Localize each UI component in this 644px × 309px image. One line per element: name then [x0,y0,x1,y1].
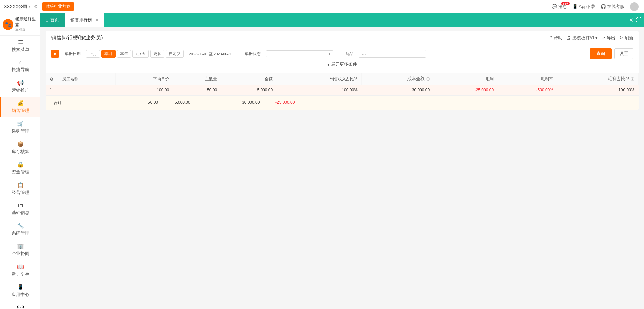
message-icon: 💬 [552,4,557,9]
date-label: 单据日期 [65,51,81,57]
sidebar-item-search-order[interactable]: ☰ 搜索菜单 [0,36,40,56]
sidebar-item-wechat[interactable]: 💬 企业微信 [0,301,40,309]
app-download-btn[interactable]: 📱 App下载 [572,4,595,10]
app-icon: 📱 [572,4,578,9]
sales-icon: 💰 [17,100,24,106]
sidebar-item-marketing[interactable]: 📢 营销推广 [0,76,40,97]
status-label: 单据状态 [245,51,261,57]
settings-button[interactable]: 设置 [614,48,633,59]
search-order-icon: ☰ [18,39,23,45]
wechat-icon: 💬 [17,304,24,309]
cell-avg-price: 100.00 [116,85,173,95]
gear-icon[interactable]: ⚙ [50,76,54,82]
sidebar-item-quick-nav[interactable]: ⌂ 快捷导航 [0,56,40,76]
sidebar-logo: 🐾 畅康通好生意 标准版 [0,13,40,36]
app-center-icon: 📱 [17,284,24,290]
tab-close-icon[interactable]: ✕ [95,18,98,22]
sidebar-item-app-center[interactable]: 📱 应用中心 [0,280,40,301]
tab-sales-rank[interactable]: 销售排行榜 ✕ [65,13,104,27]
tab-home[interactable]: ⌂ 首页 [40,13,65,27]
logo-text-area: 畅康通好生意 标准版 [15,17,37,32]
filter-row-1: ▶ 单据日期 上月 本月 本年 近7天 更多 自定义 2023-06-01 [51,48,633,59]
footer-cost: 30,000.00 [238,99,271,107]
sidebar-item-finance[interactable]: 🔒 资金管理 [0,158,40,178]
cell-name [58,85,116,95]
main-layout: 🐾 畅康通好生意 标准版 ☰ 搜索菜单 ⌂ 快捷导航 📢 营销推广 💰 销售管理… [0,13,644,309]
enterprise-icon: 🏢 [17,243,24,249]
user-avatar-area[interactable] [630,2,640,11]
template-print-btn[interactable]: 🖨 按模板打印 ▾ [566,35,598,41]
home-icon: ⌂ [46,18,48,23]
top-bar-right: 💬 消息 99+ 📱 App下载 🎧 在线客服 [552,2,640,11]
more-btn[interactable]: 更多 [150,50,164,58]
status-chevron-icon: ▾ [329,52,330,56]
footer-gross: -25,000.00 [271,99,305,107]
help-btn[interactable]: ? 帮助 [550,35,562,41]
goods-select-value: … [362,51,423,56]
date-range-display: 2023-06-01 至 2023-06-30 [189,51,233,57]
top-bar: XXXXX公司 ▾ ⚙ 体验行业方案 💬 消息 99+ 📱 App下载 🎧 在线… [0,0,644,13]
gross-pct-help-icon[interactable]: ⓘ [631,77,634,81]
cell-qty: 50.00 [173,85,221,95]
last-7-btn[interactable]: 近7天 [132,50,149,58]
sidebar-item-label: 营销推广 [12,87,29,93]
cell-rank: 1 [46,85,58,95]
goods-select[interactable]: … [359,50,426,58]
sidebar-item-enterprise[interactable]: 🏢 企业协同 [0,240,40,260]
company-name: XXXXX公司 [4,4,27,10]
query-button[interactable]: 查询 [590,48,612,59]
col-gross-rate: 毛利率 [498,73,557,85]
refresh-btn[interactable]: ↻ 刷新 [619,35,633,41]
this-month-btn[interactable]: 本月 [101,50,116,58]
expand-more-row[interactable]: ▾ 展开更多条件 [51,59,633,69]
col-gross-pct: 毛利占比% ⓘ [557,73,639,85]
col-amount: 全额 [221,73,277,85]
sidebar-item-sales[interactable]: 💰 销售管理 [0,97,40,117]
tab-bar: ⌂ 首页 销售排行榜 ✕ ✕ ⛶ [40,13,644,27]
logo-text: 畅康通好生意 [15,17,37,27]
last-month-btn[interactable]: 上月 [86,50,100,58]
export-btn[interactable]: ↗ 导出 [602,35,615,41]
tab-close-window-btn[interactable]: ✕ [629,17,633,23]
trial-button[interactable]: 体验行业方案 [42,2,74,11]
sidebar-item-system[interactable]: 🔧 系统管理 [0,219,40,240]
this-year-btn[interactable]: 本年 [117,50,131,58]
sidebar-item-basic-info[interactable]: 🗂 基础信息 [0,199,40,219]
company-selector[interactable]: XXXXX公司 ▾ [4,4,30,10]
expand-icon: ▾ [327,62,330,67]
page-title: 销售排行榜(按业务员) [51,34,103,41]
avatar [630,2,639,11]
sidebar-item-label: 系统管理 [12,230,29,236]
cost-help-icon[interactable]: ⓘ [426,77,430,81]
filter-area: ▶ 单据日期 上月 本月 本年 近7天 更多 自定义 2023-06-01 [46,45,639,73]
content-area: ⌂ 首页 销售排行榜 ✕ ✕ ⛶ 销售排行榜(按业务员) ? [40,13,644,309]
custom-btn[interactable]: 自定义 [166,50,184,58]
sidebar-item-operation[interactable]: 📋 经营管理 [0,178,40,199]
settings-icon[interactable]: ⚙ [34,4,38,10]
sidebar-item-purchase[interactable]: 🛒 采购管理 [0,117,40,138]
footer-sales-pct [204,99,238,107]
tab-restore-btn[interactable]: ⛶ [636,17,641,23]
logo-icon: 🐾 [3,19,13,30]
date-range-text: 2023-06-01 至 2023-06-30 [189,52,233,57]
message-btn[interactable]: 💬 消息 99+ [552,4,567,10]
cell-sales-pct: 100.00% [277,85,362,95]
finance-icon: 🔒 [17,161,24,168]
sidebar-item-label: 新手引导 [12,271,29,277]
sidebar-item-inventory[interactable]: 📦 库存核算 [0,138,40,158]
quick-nav-icon: ⌂ [19,59,22,65]
col-qty: 主数量 [173,73,221,85]
sidebar-item-guide[interactable]: 📖 新手引导 [0,260,40,280]
table-footer: 合计 50.00 5,000.00 30,000.00 -25,000.00 [46,95,639,110]
status-select[interactable]: ▾ [266,50,333,57]
help-icon: ? [550,35,552,40]
filter-toggle-btn[interactable]: ▶ [51,50,59,58]
expand-label: 展开更多条件 [331,61,357,67]
online-service-btn[interactable]: 🎧 在线客服 [601,4,625,10]
query-action-area: 查询 设置 [590,48,633,59]
footer-avg-price [110,99,144,107]
col-gross: 毛利 [434,73,498,85]
data-table: ⚙ 员工名称 平均单价 主数量 全额 销售收入占比% 成本全额 ⓘ [46,73,639,95]
col-avg-price: 平均单价 [116,73,173,85]
cell-gross-pct: 100.00% [557,85,639,95]
